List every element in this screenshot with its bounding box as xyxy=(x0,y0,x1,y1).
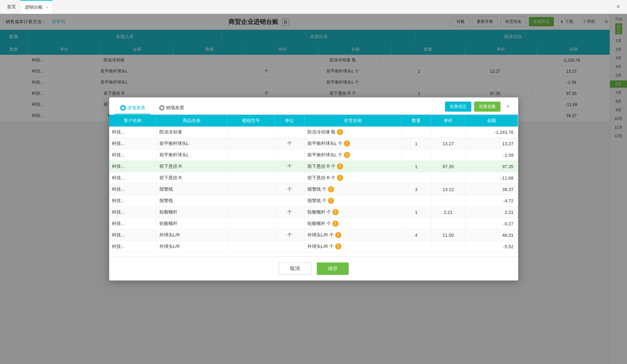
invoice-in-tab-icon xyxy=(120,105,126,111)
table-cell: 防冻冷却液 瓶! xyxy=(304,127,401,138)
table-cell: 外球头L/R 个! xyxy=(304,229,401,241)
table-row: 科技...报警线个报警线 个!313.1239.37 xyxy=(109,184,518,195)
table-cell xyxy=(401,241,431,252)
table-cell: 科技... xyxy=(109,149,157,161)
tab-active[interactable]: 进销台账 × xyxy=(20,0,53,14)
table-row: 科技...前下悬挂 R前下悬挂 R 个!-11.68 xyxy=(109,172,518,184)
table-cell: 1 xyxy=(401,138,431,149)
table-row: 科技...轮毂螺杆个轮毂螺杆 个!12.212.21 xyxy=(109,207,518,218)
table-cell xyxy=(401,172,431,184)
table-cell xyxy=(431,127,465,138)
table-cell: 科技... xyxy=(109,195,157,207)
table-cell: 轮毂螺杆 xyxy=(156,218,227,229)
th-amount: 金额 xyxy=(465,115,518,127)
table-row: 科技...外球头L/R外球头L/R 个!-5.52 xyxy=(109,241,518,252)
svg-point-0 xyxy=(122,106,124,109)
table-cell: 科技... xyxy=(109,127,157,138)
table-cell xyxy=(431,172,465,184)
warning-icon: ! xyxy=(335,232,341,238)
table-cell xyxy=(275,195,304,207)
table-cell xyxy=(227,218,275,229)
svg-rect-1 xyxy=(161,107,163,109)
table-row: 科技...前平衡杆球头L前平衡杆球头L 个!-1.59 xyxy=(109,149,518,161)
table-cell xyxy=(401,195,431,207)
dialog-tab-invoice-in[interactable]: 进项发票 xyxy=(115,102,151,114)
table-cell xyxy=(227,161,275,172)
table-cell: 97.35 xyxy=(431,161,465,172)
warning-icon: ! xyxy=(328,198,334,204)
table-cell: -4.72 xyxy=(465,195,518,207)
batch-assign-button[interactable]: 批量指定 xyxy=(445,102,471,112)
table-cell xyxy=(227,184,275,195)
th-unit-price: 单价 xyxy=(431,115,465,127)
table-cell xyxy=(431,218,465,229)
table-cell: 轮毂螺杆 个! xyxy=(304,218,401,229)
top-bar: 首页 进销台账 × × xyxy=(0,0,627,14)
table-cell: 外球头L/R 个! xyxy=(304,241,401,252)
table-cell: -1.59 xyxy=(465,149,518,161)
table-cell xyxy=(275,172,304,184)
table-cell xyxy=(227,207,275,218)
table-cell xyxy=(275,127,304,138)
table-cell xyxy=(227,172,275,184)
table-cell xyxy=(401,218,431,229)
table-cell: 13.27 xyxy=(465,138,518,149)
table-cell: 前平衡杆球头L xyxy=(156,138,227,149)
table-cell: -0.27 xyxy=(465,218,518,229)
dialog-header-btns: 批量指定 批量创建 xyxy=(445,102,500,112)
dialog-table-header-row: 客户名称 商品名称 规格型号 单位 存货名称 数量 单价 金额 xyxy=(109,115,518,127)
tab-close-icon[interactable]: × xyxy=(46,0,48,14)
table-cell: 个 xyxy=(275,184,304,195)
th-product: 商品名称 xyxy=(156,115,227,127)
table-cell: 2.21 xyxy=(465,207,518,218)
table-cell: 外球头L/R xyxy=(156,229,227,241)
table-cell: 科技... xyxy=(109,218,157,229)
table-cell xyxy=(227,127,275,138)
table-cell: 前平衡杆球头L xyxy=(156,149,227,161)
table-row: 科技...外球头L/R个外球头L/R 个!411.5046.01 xyxy=(109,229,518,241)
cancel-button[interactable]: 取消 xyxy=(279,262,311,275)
table-cell xyxy=(401,127,431,138)
th-unit: 单位 xyxy=(275,115,304,127)
dialog-close-button[interactable]: × xyxy=(503,103,513,110)
table-cell: 防冻冷却液 xyxy=(156,127,227,138)
warning-icon: ! xyxy=(337,163,343,170)
tab-active-label: 进销台账 xyxy=(25,0,43,14)
table-cell: 4 xyxy=(401,229,431,241)
table-cell: 2.21 xyxy=(431,207,465,218)
main-area: 销售成本计算方法： 月平均 商贸企业进销台账 目 对账 重新开账 存货别名 生成… xyxy=(0,14,627,364)
table-cell xyxy=(227,241,275,252)
batch-create-button[interactable]: 批量创建 xyxy=(474,102,500,112)
dialog-tab-invoice-out[interactable]: 销项发票 xyxy=(154,102,190,114)
table-cell: 46.01 xyxy=(465,229,518,241)
window-close-button[interactable]: × xyxy=(612,3,624,10)
table-cell: -5.52 xyxy=(465,241,518,252)
table-cell xyxy=(227,229,275,241)
table-cell: 报警线 xyxy=(156,195,227,207)
save-button[interactable]: 保存 xyxy=(317,262,349,275)
table-cell: 前下悬挂 R 个! xyxy=(304,161,401,172)
table-cell: 1 xyxy=(401,207,431,218)
table-row: 科技...轮毂螺杆轮毂螺杆 个!-0.27 xyxy=(109,218,518,229)
table-cell: 科技... xyxy=(109,241,157,252)
warning-icon: ! xyxy=(332,220,339,227)
th-quantity: 数量 xyxy=(401,115,431,127)
tab-home[interactable]: 首页 xyxy=(3,0,20,14)
table-cell: 个 xyxy=(275,229,304,241)
table-cell: 13.12 xyxy=(431,184,465,195)
table-cell xyxy=(227,195,275,207)
table-cell: 报警线 个! xyxy=(304,195,401,207)
table-cell xyxy=(275,149,304,161)
table-cell: 前下悬挂 R xyxy=(156,172,227,184)
table-cell: 13.27 xyxy=(431,138,465,149)
table-cell: -11.68 xyxy=(465,172,518,184)
table-cell: 97.35 xyxy=(465,161,518,172)
dialog-tab-invoice-out-label: 销项发票 xyxy=(166,105,184,111)
table-row: 科技...前下悬挂 R个前下悬挂 R 个!197.3597.35 xyxy=(109,161,518,172)
table-cell xyxy=(431,195,465,207)
dialog-scroll-area[interactable] xyxy=(115,252,513,255)
warning-icon: ! xyxy=(328,186,334,192)
th-customer: 客户名称 xyxy=(109,115,157,127)
dialog-table-container: 客户名称 商品名称 规格型号 单位 存货名称 数量 单价 金额 科技...防冻冷… xyxy=(109,115,518,252)
table-cell: 科技... xyxy=(109,172,157,184)
